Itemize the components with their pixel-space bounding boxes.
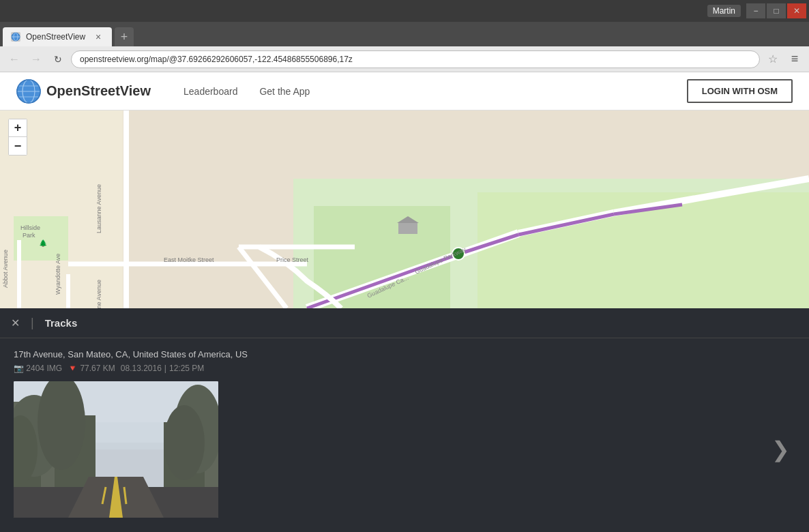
camera-icon: 📷 bbox=[14, 364, 24, 373]
svg-text:🌲: 🌲 bbox=[39, 239, 48, 248]
zoom-in-button[interactable]: + bbox=[9, 119, 27, 137]
track-address: 17th Avenue, San Mateo, CA, United State… bbox=[14, 349, 795, 359]
logo-globe-icon bbox=[16, 79, 41, 104]
svg-text:Lausanne Avenue: Lausanne Avenue bbox=[95, 280, 102, 308]
active-tab[interactable]: OpenStreetView × bbox=[3, 27, 112, 46]
close-button[interactable]: ✕ bbox=[787, 3, 806, 18]
url-input[interactable] bbox=[71, 50, 760, 68]
svg-text:Wyandotte Ave: Wyandotte Ave bbox=[55, 254, 61, 295]
next-track-button[interactable]: ❯ bbox=[771, 437, 790, 462]
map-controls: + − bbox=[8, 119, 27, 156]
title-bar: Martin − □ ✕ bbox=[0, 0, 809, 22]
svg-text:Lausanne Avenue: Lausanne Avenue bbox=[95, 184, 102, 233]
track-time: 12:25 PM bbox=[169, 364, 204, 373]
maximize-button[interactable]: □ bbox=[767, 3, 786, 18]
track-photo bbox=[14, 381, 218, 518]
svg-rect-45 bbox=[398, 223, 417, 234]
track-meta: 📷 2404 IMG 🔻 77.67 KM 08.13.2016 | 12:25… bbox=[14, 364, 795, 373]
address-bar: ← → ↻ ☆ ≡ bbox=[0, 46, 809, 72]
tab-title: OpenStreetView bbox=[26, 32, 85, 42]
nav-leaderboard[interactable]: Leaderboard bbox=[183, 86, 237, 97]
track-distance: 🔻 77.67 KM bbox=[68, 364, 115, 373]
svg-text:Price Street: Price Street bbox=[276, 256, 309, 263]
back-button[interactable]: ← bbox=[5, 50, 23, 68]
logo[interactable]: OpenStreetView bbox=[16, 79, 151, 104]
reload-button[interactable]: ↻ bbox=[49, 50, 67, 68]
logo-text: OpenStreetView bbox=[46, 83, 151, 99]
browser-menu-button[interactable]: ≡ bbox=[786, 50, 804, 68]
user-badge: Martin bbox=[707, 5, 741, 17]
track-image-container: ❮ bbox=[14, 381, 795, 518]
new-tab-button[interactable]: + bbox=[115, 27, 134, 46]
tracks-header: ✕ | Tracks bbox=[0, 308, 809, 338]
tracks-title: Tracks bbox=[45, 317, 78, 329]
track-photo-svg bbox=[14, 381, 218, 518]
svg-text:Hillside: Hillside bbox=[20, 224, 40, 231]
speed-icon: 🔻 bbox=[68, 364, 78, 373]
minimize-button[interactable]: − bbox=[746, 3, 765, 18]
track-img-count: 📷 2404 IMG bbox=[14, 364, 62, 373]
tab-favicon bbox=[11, 32, 20, 42]
svg-rect-65 bbox=[14, 381, 218, 518]
map-svg: Lausanne Avenue Lausanne Avenue East Moi… bbox=[0, 110, 809, 308]
tracks-divider: | bbox=[31, 316, 34, 330]
svg-text:Abbot Avenue: Abbot Avenue bbox=[2, 250, 9, 288]
map-container[interactable]: Lausanne Avenue Lausanne Avenue East Moi… bbox=[0, 110, 809, 308]
svg-text:Park: Park bbox=[23, 232, 35, 239]
tracks-close-button[interactable]: ✕ bbox=[11, 316, 20, 329]
zoom-out-button[interactable]: − bbox=[9, 137, 27, 155]
tab-bar: OpenStreetView × + bbox=[0, 22, 809, 46]
window-controls: − □ ✕ bbox=[746, 3, 806, 18]
login-button[interactable]: LOGIN WITH OSM bbox=[687, 79, 793, 103]
bookmark-button[interactable]: ☆ bbox=[764, 50, 782, 68]
bottom-panel: ✕ | Tracks 17th Avenue, San Mateo, CA, U… bbox=[0, 308, 809, 532]
forward-button[interactable]: → bbox=[27, 50, 45, 68]
nav-get-app[interactable]: Get the App bbox=[259, 86, 310, 97]
tab-close-button[interactable]: × bbox=[93, 31, 104, 42]
track-date: 08.13.2016 bbox=[121, 364, 162, 373]
svg-text:East Moitke Street: East Moitke Street bbox=[164, 256, 214, 263]
app-nav: Leaderboard Get the App bbox=[183, 86, 310, 97]
track-content: 17th Avenue, San Mateo, CA, United State… bbox=[0, 338, 809, 532]
app-header: OpenStreetView Leaderboard Get the App L… bbox=[0, 72, 809, 110]
